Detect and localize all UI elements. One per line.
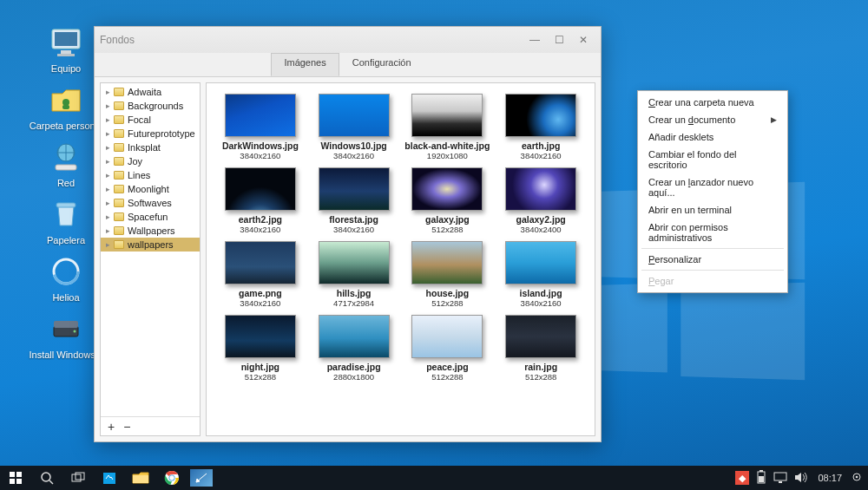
sidebar-folder-item[interactable]: ▸Wallpapers bbox=[101, 224, 200, 238]
thumbnail-name: earth2.jpg bbox=[215, 214, 306, 225]
maximize-button[interactable]: ☐ bbox=[547, 30, 571, 49]
folder-sidebar: ▸Adwaita▸Backgrounds▸Focal▸Futureprototy… bbox=[100, 82, 201, 436]
context-menu-item[interactable]: Crear una carpeta nueva bbox=[638, 94, 787, 111]
menu-item-label: Abrir con permisos administrativos bbox=[648, 222, 777, 243]
battery-icon[interactable] bbox=[756, 470, 766, 486]
wallpaper-thumbnail[interactable]: Windows10.jpg3840x2160 bbox=[309, 94, 399, 160]
context-menu-item[interactable]: Abrir con permisos administrativos bbox=[638, 219, 787, 246]
context-menu-item: Pegar bbox=[638, 272, 787, 290]
tab-config[interactable]: Configuración bbox=[339, 53, 424, 76]
expand-icon[interactable]: ▸ bbox=[106, 199, 110, 207]
wallpaper-thumbnail[interactable]: island.jpg3840x2160 bbox=[496, 241, 586, 308]
wallpaper-thumbnail[interactable]: galaxy.jpg512x288 bbox=[403, 167, 493, 234]
expand-icon[interactable]: ▸ bbox=[106, 171, 110, 180]
sidebar-folder-item[interactable]: ▸Futureprototype bbox=[101, 127, 200, 140]
svg-rect-20 bbox=[72, 474, 81, 481]
context-menu-item[interactable]: Cambiar el fondo del escritorio bbox=[638, 146, 787, 173]
start-button[interactable] bbox=[0, 466, 31, 490]
gallery-scroll[interactable]: DarkWindows.jpg3840x2160Windows10.jpg384… bbox=[206, 82, 595, 436]
wallpaper-thumbnail[interactable]: rain.jpg512x288 bbox=[496, 315, 586, 382]
expand-icon[interactable]: ▸ bbox=[106, 88, 110, 96]
wallpaper-thumbnail[interactable]: DarkWindows.jpg3840x2160 bbox=[215, 94, 306, 160]
svg-rect-23 bbox=[133, 475, 148, 483]
expand-icon[interactable]: ▸ bbox=[106, 240, 110, 249]
context-menu-item[interactable]: Personalizar bbox=[638, 251, 787, 268]
thumbnail-name: hills.jpg bbox=[309, 288, 399, 298]
taskview-button[interactable] bbox=[62, 466, 94, 490]
taskbar-app-files[interactable] bbox=[125, 466, 156, 490]
desktop[interactable]: Equipo Carpeta personal Red Papelera Hel… bbox=[0, 0, 868, 466]
show-desktop-icon[interactable] bbox=[852, 473, 861, 483]
sidebar-folder-item[interactable]: ▸Spacefun bbox=[101, 210, 200, 224]
wallpaper-thumbnail[interactable]: peace.jpg512x288 bbox=[403, 315, 493, 382]
svg-rect-30 bbox=[774, 473, 786, 480]
expand-icon[interactable]: ▸ bbox=[106, 129, 110, 138]
sidebar-folder-item[interactable]: ▸Focal bbox=[101, 113, 200, 127]
sidebar-folder-item[interactable]: ▸Adwaita bbox=[101, 85, 200, 99]
minimize-button[interactable]: ― bbox=[523, 30, 547, 49]
sidebar-folder-item[interactable]: ▸Backgrounds bbox=[101, 99, 200, 113]
add-folder-button[interactable]: + bbox=[108, 420, 115, 434]
thumbnail-image bbox=[505, 241, 576, 284]
desktop-context-menu: Crear una carpeta nuevaCrear un document… bbox=[637, 90, 788, 293]
svg-rect-22 bbox=[103, 473, 115, 484]
taskbar-app-settings[interactable] bbox=[190, 469, 213, 487]
wallpaper-thumbnail[interactable]: game.png3840x2160 bbox=[215, 241, 306, 308]
svg-rect-14 bbox=[10, 472, 15, 477]
tray-app-icon[interactable]: ◆ bbox=[735, 471, 749, 485]
close-button[interactable]: ✕ bbox=[571, 30, 595, 49]
svg-line-19 bbox=[49, 480, 53, 484]
sidebar-folder-item[interactable]: ▸Softwaves bbox=[101, 196, 200, 210]
expand-icon[interactable]: ▸ bbox=[106, 143, 110, 152]
context-menu-item[interactable]: Crear un documento▶ bbox=[638, 111, 787, 128]
menu-item-label: Cambiar el fondo del escritorio bbox=[648, 149, 777, 170]
taskbar-app-chrome[interactable] bbox=[156, 466, 187, 490]
expand-icon[interactable]: ▸ bbox=[106, 157, 110, 166]
thumbnail-image bbox=[225, 167, 296, 211]
sidebar-folder-item[interactable]: ▸Moonlight bbox=[101, 182, 200, 196]
sidebar-folder-item[interactable]: ▸Joy bbox=[101, 154, 200, 168]
thumbnail-image bbox=[319, 241, 390, 284]
remove-folder-button[interactable]: − bbox=[123, 420, 130, 434]
wallpaper-thumbnail[interactable]: earth2.jpg3840x2160 bbox=[215, 167, 306, 234]
titlebar[interactable]: Fondos ― ☐ ✕ bbox=[95, 27, 601, 53]
tab-images[interactable]: Imágenes bbox=[271, 53, 339, 76]
context-menu-item[interactable]: Abrir en un terminal bbox=[638, 201, 787, 219]
submenu-arrow-icon: ▶ bbox=[771, 115, 777, 124]
thumbnail-name: paradise.jpg bbox=[309, 362, 399, 372]
sidebar-folder-item[interactable]: ▸Inksplat bbox=[101, 140, 200, 154]
expand-icon[interactable]: ▸ bbox=[106, 115, 110, 124]
system-tray: ◆ 08:17 bbox=[728, 470, 868, 486]
sidebar-folder-item[interactable]: ▸Lines bbox=[101, 168, 200, 182]
wallpaper-thumbnail[interactable]: earth.jpg3840x2160 bbox=[496, 94, 586, 160]
context-menu-item[interactable]: Crear un lanzador nuevo aquí... bbox=[638, 173, 787, 201]
folder-icon bbox=[114, 129, 124, 138]
thumbnail-image bbox=[411, 315, 483, 358]
search-button[interactable] bbox=[31, 466, 62, 490]
wallpaper-thumbnail[interactable]: floresta.jpg3840x2160 bbox=[309, 167, 399, 234]
thumbnail-image bbox=[225, 94, 296, 137]
svg-rect-8 bbox=[56, 203, 76, 207]
wallpaper-thumbnail[interactable]: paradise.jpg2880x1800 bbox=[309, 315, 399, 382]
context-menu-item[interactable]: Añadir desklets bbox=[638, 128, 787, 146]
svg-point-33 bbox=[856, 476, 858, 479]
expand-icon[interactable]: ▸ bbox=[106, 212, 110, 221]
expand-icon[interactable]: ▸ bbox=[106, 226, 110, 235]
svg-rect-3 bbox=[57, 54, 75, 56]
taskbar-app-store[interactable] bbox=[94, 466, 125, 490]
expand-icon[interactable]: ▸ bbox=[106, 185, 110, 193]
wallpaper-thumbnail[interactable]: house.jpg512x288 bbox=[403, 241, 493, 308]
menu-separator bbox=[641, 270, 784, 271]
clock[interactable]: 08:17 bbox=[814, 473, 845, 483]
wallpaper-thumbnail[interactable]: hills.jpg4717x2984 bbox=[309, 241, 399, 308]
volume-icon[interactable] bbox=[794, 472, 807, 485]
folder-label: Backgrounds bbox=[128, 101, 183, 111]
display-icon[interactable] bbox=[773, 472, 787, 485]
wallpaper-thumbnail[interactable]: galaxy2.jpg3840x2400 bbox=[496, 167, 586, 234]
thumbnail-image bbox=[225, 315, 296, 358]
folder-icon bbox=[114, 101, 124, 110]
sidebar-folder-item[interactable]: ▸wallpapers bbox=[101, 238, 200, 252]
wallpaper-thumbnail[interactable]: night.jpg512x288 bbox=[215, 315, 306, 382]
expand-icon[interactable]: ▸ bbox=[106, 101, 110, 110]
wallpaper-thumbnail[interactable]: black-and-white.jpg1920x1080 bbox=[403, 94, 493, 160]
